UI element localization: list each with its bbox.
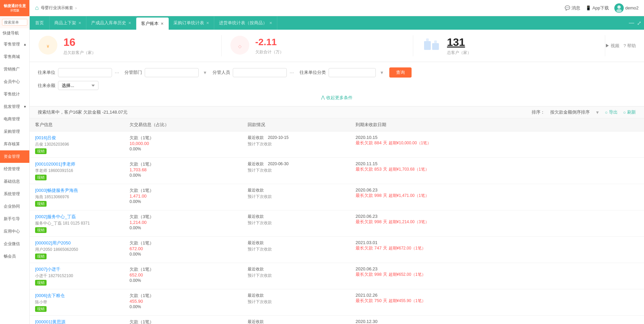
- sidebar-item-batch-mgmt[interactable]: 批发管理 ▼: [0, 100, 29, 113]
- stat-card-debt-total: ◇ -2.11 欠款合计（万）: [222, 35, 414, 56]
- debt-percent: 0.00%: [130, 278, 237, 283]
- table-row: [0003]畅捷服务尹海燕 海燕 18513066976 现销 欠款（1笔） 1…: [30, 184, 644, 210]
- customer-name[interactable]: [0001020001]李老师: [35, 161, 119, 167]
- overdue-link[interactable]: 超期¥1,471.00（1笔）: [389, 193, 429, 198]
- debt-amount[interactable]: 10,000.00: [130, 141, 237, 146]
- customer-name[interactable]: [0007]小迸千: [35, 266, 119, 272]
- close-order-tab[interactable]: ✕: [206, 21, 209, 25]
- unit-class-dropdown-icon[interactable]: ▼: [380, 70, 384, 75]
- result-info: 搜索结果中，客户16家 欠款金额 -21,148.07元 排序： 按欠款金额倒序…: [30, 107, 644, 118]
- debt-amount[interactable]: 1,471.00: [130, 194, 237, 199]
- sidebar-item-app-center[interactable]: 应用中心: [0, 225, 29, 238]
- close-account-tab[interactable]: ✕: [161, 22, 164, 26]
- recent-collect-label: 最近收款: [248, 187, 345, 193]
- close-instock-tab[interactable]: ✕: [269, 21, 272, 25]
- overdue-days: 最长欠款 884 天 超期¥10,000.00（1笔）: [356, 140, 639, 146]
- tab-home[interactable]: 首页: [30, 16, 50, 30]
- search-button[interactable]: 查询: [389, 67, 412, 78]
- tab-instock[interactable]: 进货单统计表（按商品） ✕: [214, 16, 277, 30]
- debt-percent: 0.00%: [130, 199, 237, 204]
- debt-percent: 0.00%: [130, 147, 237, 151]
- unit-class-input[interactable]: [329, 68, 376, 77]
- person-dots[interactable]: ···: [289, 70, 294, 76]
- sidebar-item-purchase[interactable]: 采购管理: [0, 125, 29, 138]
- overdue-link[interactable]: 超期¥455.90（1笔）: [389, 298, 426, 303]
- overdue-days: 最长欠款 998 天 超期¥1,471.00（1笔）: [356, 193, 639, 199]
- customer-name[interactable]: [000002]用户2050: [35, 240, 119, 246]
- tab-produce[interactable]: 产成品入库单历史 ✕: [86, 16, 136, 30]
- tab-bar: 首页 商品上下架 ✕ 产成品入库单历史 ✕ 客户账本 ✕ 采购订单统计表 ✕ 进…: [30, 16, 644, 30]
- export-btn[interactable]: ○ 导出: [605, 109, 618, 115]
- sidebar-item-retail-stats[interactable]: 零售统计: [0, 88, 29, 100]
- customer-name[interactable]: [0006]去下粮仓: [35, 293, 119, 299]
- sidebar-item-member[interactable]: 会员中心: [0, 76, 29, 88]
- sidebar-item-newbie[interactable]: 新手引导: [0, 213, 29, 225]
- collapse-icon: ⋀: [321, 95, 325, 101]
- main-content: ⌂ 母婴行业演示账套 › 💬 消息 📱 App下载 demo2 首页: [30, 0, 644, 324]
- video-btn[interactable]: ▶ 视频: [605, 43, 620, 49]
- stat-info-debtors: 16 总欠款客户（家）: [63, 36, 96, 56]
- overdue-link[interactable]: 超期¥10,000.00（1笔）: [389, 141, 431, 145]
- sidebar-item-system[interactable]: 系统管理: [0, 188, 29, 200]
- tab-order[interactable]: 采购订单统计表 ✕: [169, 16, 214, 30]
- quick-nav[interactable]: 快捷导航: [0, 28, 29, 38]
- balance-select[interactable]: 选择...: [58, 81, 99, 90]
- sidebar-item-operation[interactable]: 经营管理: [0, 163, 29, 175]
- sidebar-item-inventory[interactable]: 库存核算: [0, 138, 29, 150]
- sidebar-item-retail-shop[interactable]: 零售商城: [0, 51, 29, 63]
- customer-name[interactable]: [0016]吕俊: [35, 135, 119, 141]
- tab-account[interactable]: 客户账本 ✕: [136, 18, 169, 30]
- close-produce-tab[interactable]: ✕: [128, 21, 131, 25]
- sidebar-item-finance[interactable]: 资金管理: [0, 150, 29, 163]
- sort-dropdown-icon[interactable]: ▼: [595, 110, 599, 115]
- customer-name[interactable]: [0002]服务中心_丁磊: [35, 214, 119, 220]
- debt-amount[interactable]: 672.00: [130, 246, 237, 251]
- debt-amount[interactable]: 455.90: [130, 299, 237, 304]
- overdue-link[interactable]: 超期¥672.00（1笔）: [389, 246, 426, 251]
- debt-amount[interactable]: 1,703.68: [130, 167, 237, 172]
- minimize-icon[interactable]: —: [629, 20, 634, 26]
- stat-value-total-customers: 131: [447, 36, 471, 49]
- customer-name[interactable]: [000001]黄思源: [35, 319, 119, 324]
- app-download-btn[interactable]: 📱 App下载: [586, 5, 609, 11]
- user-avatar-btn[interactable]: demo2: [614, 3, 639, 13]
- person-input[interactable]: [233, 68, 287, 77]
- customers-icon: [421, 35, 442, 56]
- overdue-link[interactable]: 超期¥1,214.00（3笔）: [389, 219, 429, 224]
- unit-class-label: 往来单位分类: [300, 69, 326, 76]
- help-btn[interactable]: ? 帮助: [623, 43, 636, 49]
- next-collect-label: 预计下次收款: [248, 273, 345, 278]
- debt-desc: 欠款（1笔）: [130, 319, 237, 324]
- refresh-btn[interactable]: ○ 刷新: [623, 109, 636, 115]
- recent-collect-label: 最近收款: [248, 214, 345, 219]
- debt-desc: 欠款（1笔）: [130, 266, 237, 272]
- message-btn[interactable]: 💬 消息: [565, 5, 580, 11]
- from-unit-dots[interactable]: ···: [115, 70, 119, 76]
- sidebar-item-ecommerce[interactable]: 电商管理: [0, 113, 29, 125]
- stat-value-debt-total: -2.11: [255, 36, 284, 48]
- dept-dropdown-icon[interactable]: ▼: [203, 70, 207, 75]
- from-unit-input[interactable]: [58, 68, 112, 77]
- debt-amount[interactable]: 652.00: [130, 272, 237, 277]
- sidebar-item-marketing[interactable]: 营销推广: [0, 63, 29, 76]
- sidebar-item-collab[interactable]: 企业协同: [0, 200, 29, 213]
- filter-person: 分管人员 ···: [213, 68, 294, 77]
- sort-select[interactable]: 按欠款金额倒序排序: [550, 109, 590, 115]
- customer-name[interactable]: [0003]畅捷服务尹海燕: [35, 187, 119, 194]
- sidebar-item-basic-info[interactable]: 基础信息: [0, 175, 29, 188]
- customer-contact: 吕俊 13026203696: [35, 142, 119, 147]
- collapse-bar[interactable]: ⋀ 收起更多条件: [38, 93, 636, 104]
- search-input[interactable]: [2, 19, 27, 26]
- debt-amount[interactable]: 1,214.00: [130, 220, 237, 225]
- close-goods-tab[interactable]: ✕: [78, 21, 81, 25]
- sidebar-item-plus[interactable]: 畅会员: [0, 250, 29, 263]
- overdue-link[interactable]: 超期¥1,703.68（1笔）: [389, 167, 429, 172]
- dept-input[interactable]: [145, 68, 199, 77]
- col-debt-info: 欠交易信息（占比）: [124, 118, 242, 131]
- tab-goods[interactable]: 商品上下架 ✕: [50, 16, 86, 30]
- expand-icon[interactable]: ⤢: [637, 20, 641, 26]
- sidebar-item-corp-wx[interactable]: 企业微信: [0, 238, 29, 250]
- stat-label-debtors: 总欠款客户（家）: [63, 50, 96, 56]
- sidebar-item-retail-mgmt[interactable]: 零售管理 ▲: [0, 38, 29, 51]
- overdue-link[interactable]: 超期¥652.00（1笔）: [389, 272, 426, 277]
